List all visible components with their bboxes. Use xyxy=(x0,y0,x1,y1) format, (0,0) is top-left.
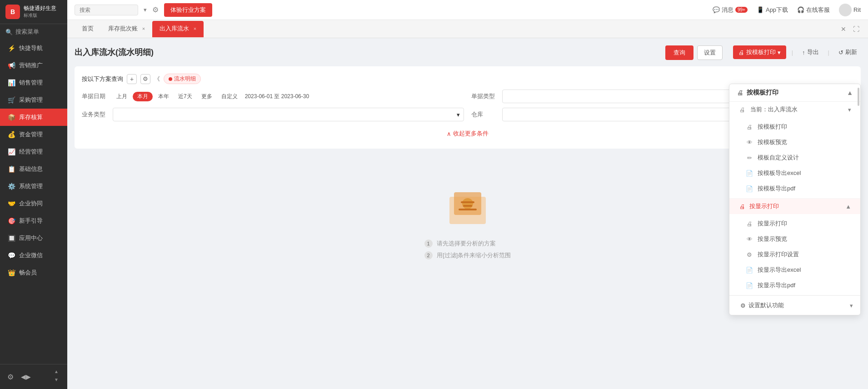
sidebar-item-label: 经营管理 xyxy=(19,148,43,156)
app-download-button[interactable]: 📱 App下载 xyxy=(757,6,788,14)
sidebar-item-quick-nav[interactable]: ⚡ 快捷导航 xyxy=(0,40,67,57)
tab-flow-label: 出入库流水 xyxy=(160,25,189,32)
sidebar-item-enterprise[interactable]: 🤝 企业协同 xyxy=(0,195,67,212)
template-design-icon: ✏ xyxy=(746,154,753,161)
sidebar-item-label: 销售管理 xyxy=(19,79,43,87)
date-btn-7days[interactable]: 近7天 xyxy=(175,92,196,101)
topbar-gear-icon[interactable]: ⚙ xyxy=(152,5,159,14)
date-btn-more[interactable]: 更多 xyxy=(198,92,216,101)
date-btn-last-month[interactable]: 上月 xyxy=(113,92,131,101)
sidebar-item-label: 畅会员 xyxy=(19,269,37,277)
dropdown-item-display-print-settings[interactable]: ⚙ 按显示打印设置 xyxy=(729,247,860,262)
dropdown-item-display-print[interactable]: 🖨 按显示打印 xyxy=(729,216,860,231)
window-close-btn[interactable]: ✕ xyxy=(839,25,848,34)
dropdown-item-display-excel[interactable]: 📄 按显示导出excel xyxy=(729,262,860,278)
scroll-down-btn[interactable]: ▼ xyxy=(53,377,60,384)
sidebar-collapse-icon[interactable]: ◀▶ xyxy=(21,373,31,380)
sidebar-item-inventory[interactable]: 📦 库存核算 xyxy=(0,109,67,126)
biz-type-select[interactable]: ▾ xyxy=(113,108,464,121)
sidebar-item-finance[interactable]: 💰 资金管理 xyxy=(0,126,67,143)
message-button[interactable]: 💬 消息 99+ xyxy=(713,6,748,14)
sidebar-settings-icon[interactable]: ⚙ xyxy=(7,373,14,381)
sidebar-item-operations[interactable]: 📈 经营管理 xyxy=(0,143,67,160)
display-excel-label: 按显示导出excel xyxy=(758,266,851,274)
refresh-button[interactable]: ↺ 刷新 xyxy=(835,46,861,58)
date-btn-custom[interactable]: 自定义 xyxy=(218,92,241,101)
sidebar-item-app-center[interactable]: 🔲 应用中心 xyxy=(0,229,67,247)
dropdown-current-chevron: ▾ xyxy=(848,106,851,113)
filter-settings-button[interactable]: ⚙ xyxy=(140,74,150,84)
sidebar-item-label: 快捷导航 xyxy=(19,44,43,52)
dropdown-header: 🖨 按模板打印 ▲ xyxy=(729,84,860,102)
dropdown-item-template-design[interactable]: ✏ 模板自定义设计 xyxy=(729,150,860,165)
sidebar-search[interactable]: 🔍 搜索菜单 xyxy=(0,24,67,40)
filter-add-button[interactable]: + xyxy=(127,74,137,84)
export-button[interactable]: ↑ 导出 xyxy=(798,46,823,58)
message-badge: 99+ xyxy=(735,7,748,13)
headset-icon: 🎧 xyxy=(797,6,804,13)
filter-chip[interactable]: 流水明细 xyxy=(164,74,201,84)
topbar-chevron-icon[interactable]: ▾ xyxy=(144,6,147,13)
sidebar-item-marketing[interactable]: 📢 营销推广 xyxy=(0,57,67,74)
sidebar-item-basic-info[interactable]: 📋 基础信息 xyxy=(0,160,67,178)
scroll-up-btn[interactable]: ▲ xyxy=(53,369,60,376)
tab-flow-close[interactable]: × xyxy=(194,26,196,31)
sidebar-item-label: 基础信息 xyxy=(19,165,43,173)
message-icon: 💬 xyxy=(713,6,720,13)
sidebar: B 畅捷通好生意 标准版 🔍 搜索菜单 ⚡ 快捷导航 📢 营销推广 📊 销售管理… xyxy=(0,0,67,389)
tab-flow[interactable]: 出入库流水 × xyxy=(152,21,204,37)
sidebar-item-purchase[interactable]: 🛒 采购管理 xyxy=(0,91,67,109)
template-print-button[interactable]: 🖨 按模板打印 ▾ xyxy=(733,45,786,59)
page-header: 出入库流水(流水明细) 🖨 按模板打印 ▾ | ↑ 导出 | ↺ xyxy=(75,45,861,59)
sidebar-item-wechat[interactable]: 💬 企业微信 xyxy=(0,247,67,264)
dropdown-footer: ⚙ 设置默认功能 ▾ xyxy=(729,295,860,315)
dropdown-item-display-preview[interactable]: 👁 按显示预览 xyxy=(729,231,860,247)
user-avatar-area[interactable]: Rit xyxy=(839,4,861,16)
topbar-left: ▾ ⚙ 体验行业方案 xyxy=(75,3,212,17)
logo-badge: 标准版 xyxy=(24,12,56,19)
dropdown-current-item[interactable]: 🖨 当前：出入库流水 ▾ xyxy=(729,102,860,117)
sidebar-item-label: 库存核算 xyxy=(19,113,43,121)
logo-icon: B xyxy=(5,5,20,19)
dropdown-item-template-print[interactable]: 🖨 按模板打印 xyxy=(729,119,860,135)
tab-batch-account[interactable]: 库存批次账 × xyxy=(101,21,152,37)
dropdown-footer-chevron-icon[interactable]: ▾ xyxy=(850,302,853,309)
sidebar-item-sales[interactable]: 📊 销售管理 xyxy=(0,74,67,91)
dropdown-item-template-pdf[interactable]: 📄 按模板导出pdf xyxy=(729,181,860,196)
step1-text: 请先选择要分析的方案 xyxy=(437,240,496,247)
tab-batch-account-close[interactable]: × xyxy=(142,26,145,31)
filter-label: 按以下方案查询 xyxy=(82,75,123,83)
tab-home[interactable]: 首页 xyxy=(75,21,101,37)
export-icon: ↑ xyxy=(802,49,805,56)
app-center-icon: 🔲 xyxy=(7,234,15,242)
sidebar-item-member[interactable]: 👑 畅会员 xyxy=(0,264,67,281)
date-btn-this-month[interactable]: 本月 xyxy=(133,92,153,101)
settings-button[interactable]: 设置 xyxy=(697,45,723,60)
sidebar-item-label: 企业协同 xyxy=(19,199,43,208)
dropdown-section2-header[interactable]: 🖨 按显示打印 ▲ xyxy=(729,199,860,214)
refresh-icon: ↺ xyxy=(838,49,843,56)
query-button[interactable]: 查询 xyxy=(665,45,693,60)
template-pdf-icon: 📄 xyxy=(746,185,753,192)
dropdown-item-template-preview[interactable]: 👁 按模板预览 xyxy=(729,135,860,150)
topbar-search-input[interactable] xyxy=(75,5,138,15)
dropdown-item-display-pdf[interactable]: 📄 按显示导出pdf xyxy=(729,278,860,293)
display-print-label: 按显示打印 xyxy=(758,219,851,228)
set-default-button[interactable]: ⚙ 设置默认功能 xyxy=(737,299,788,311)
dropdown-scrollbar[interactable] xyxy=(858,88,859,311)
sidebar-item-system[interactable]: ⚙️ 系统管理 xyxy=(0,178,67,195)
sidebar-item-guide[interactable]: 🎯 新手引导 xyxy=(0,212,67,229)
window-expand-btn[interactable]: ⛶ xyxy=(852,25,861,34)
biz-type-chevron-icon: ▾ xyxy=(457,111,460,118)
industry-solution-button[interactable]: 体验行业方案 xyxy=(164,3,212,17)
collapse-more-label: 收起更多条件 xyxy=(453,130,489,138)
online-service-button[interactable]: 🎧 在线客服 xyxy=(797,6,830,14)
filter-collapse-button[interactable]: 《 xyxy=(154,75,160,83)
sidebar-item-label: 应用中心 xyxy=(19,234,43,242)
dropdown-collapse-icon[interactable]: ▲ xyxy=(847,89,853,96)
date-btn-this-year[interactable]: 本年 xyxy=(155,92,173,101)
dropdown-item-template-excel[interactable]: 📄 按模板导出excel xyxy=(729,165,860,181)
filter-header: 按以下方案查询 + ⚙ 《 流水明细 xyxy=(82,74,853,84)
template-print-label: 按模板打印 xyxy=(746,48,776,56)
date-label: 单据日期 xyxy=(82,92,109,100)
